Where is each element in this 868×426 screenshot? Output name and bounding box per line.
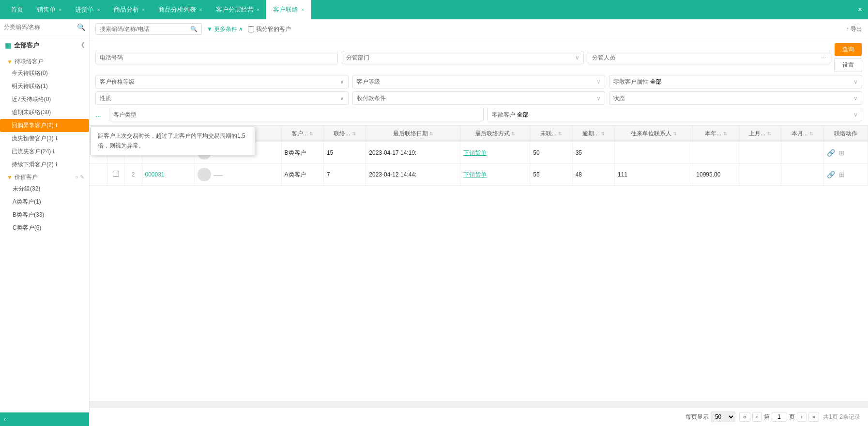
sidebar-item-7days[interactable]: 近7天待联络(0) (0, 93, 89, 106)
col-customer-level[interactable]: 客户... ⇅ (281, 126, 323, 142)
prev-page-btn[interactable]: ‹ (752, 412, 762, 422)
settings-button[interactable]: 设置 (834, 58, 862, 72)
link-action-icon-2[interactable]: 🔗 (827, 171, 835, 178)
nav-product-analysis-list-close[interactable]: × (199, 7, 202, 13)
filter-retail-customer[interactable]: 零散客户 全部 ∨ (487, 108, 862, 121)
link-action-icon-1[interactable]: 🔗 (827, 149, 835, 157)
nav-customer-tier[interactable]: 客户分层经营 × (209, 0, 266, 19)
repurchase-info-icon: ℹ (56, 122, 58, 129)
row-company-contact-2: 111 (615, 164, 693, 186)
filter-customer-level[interactable]: 客户等级 ∨ (352, 75, 606, 88)
sidebar-all-customers-header[interactable]: ▦ 全部客户 《 (0, 38, 89, 53)
nav-product-analysis-close[interactable]: × (142, 7, 145, 13)
row-code-2[interactable]: 000031 (142, 164, 194, 186)
last-method-link-2[interactable]: 下销货单 (463, 171, 487, 178)
my-customers-filter: 我分管的客户 (248, 25, 291, 33)
chevron-up-icon: ∧ (239, 26, 243, 32)
filter-phone[interactable]: 电话号码 (95, 51, 338, 64)
grid-action-icon-1[interactable]: ⊞ (839, 149, 845, 157)
col-last-month[interactable]: 上月... ⇅ (739, 126, 781, 142)
col-this-month[interactable]: 本月... ⇅ (781, 126, 823, 142)
horizontal-scrollbar[interactable] (90, 401, 868, 407)
search-box: 🔍 (95, 23, 202, 35)
row-checkbox-2[interactable] (107, 164, 124, 186)
nav-purchase-close[interactable]: × (97, 7, 100, 13)
row-checkbox-input-2[interactable] (113, 171, 119, 177)
col-overdue[interactable]: 逾期... ⇅ (572, 126, 614, 142)
nav-sales-close[interactable]: × (59, 7, 61, 13)
last-method-link-1[interactable]: 下销货单 (463, 149, 487, 156)
nav-home[interactable]: 首页 (4, 0, 30, 19)
row-action-1: 🔗 ⊞ (823, 142, 868, 164)
sidebar-bottom-arrow[interactable]: ‹ (4, 416, 6, 423)
col-this-year[interactable]: 本年... ⇅ (693, 126, 739, 142)
sidebar-item-ungrouped[interactable]: 未分组(32) (0, 182, 89, 195)
value-edit-icons[interactable]: ○ ✎ (75, 174, 84, 180)
row-last-method-2[interactable]: 下销货单 (460, 164, 530, 186)
top-nav: 首页 销售单 × 进货单 × 商品分析 × 商品分析列表 × 客户分层经营 × … (0, 0, 868, 19)
page-number-input[interactable] (772, 412, 787, 422)
customer-code-value-2[interactable]: 000031 (145, 171, 165, 178)
filter-retail-attr[interactable]: 零散客户属性 全部 ∨ (609, 75, 862, 88)
customer-level-arrow: ∨ (596, 78, 601, 85)
sidebar-item-declining[interactable]: 持续下滑客户(2) ℹ (0, 158, 89, 171)
customer-search-icon[interactable]: 🔍 (190, 26, 198, 32)
nav-customer-tier-close[interactable]: × (257, 7, 259, 13)
filter-dept[interactable]: 分管部门 ∨ (342, 51, 584, 64)
retail-customer-value: 全部 (517, 111, 529, 119)
nav-sales[interactable]: 销售单 × (30, 0, 68, 19)
sidebar-item-repurchase-abnormal[interactable]: 回购异常客户(2) ℹ (0, 119, 89, 132)
nav-customer-contact-close[interactable]: × (301, 7, 304, 13)
nav-purchase[interactable]: 进货单 × (68, 0, 107, 19)
row-overdue-1: 35 (572, 142, 614, 164)
filter-payment[interactable]: 收付款条件 ∨ (352, 91, 606, 105)
page-nav: « ‹ 第 页 › » (739, 412, 819, 422)
grid-action-icon-2[interactable]: ⊞ (839, 171, 845, 178)
more-conditions-btn[interactable]: ▼ 更多条件 ∧ (207, 25, 243, 33)
row-name-2[interactable]: — (194, 164, 281, 186)
col-last-contact-method[interactable]: 最后联络方式 ⇅ (460, 126, 530, 142)
customer-type-label: 客户类型 (113, 111, 137, 119)
sidebar-item-already-lost[interactable]: 已流失客户(24) ℹ (0, 145, 89, 158)
col-company-contact[interactable]: 往来单位联系人 ⇅ (615, 126, 693, 142)
sidebar-item-a-class[interactable]: A类客户(1) (0, 195, 89, 208)
row-last-method-1[interactable]: 下销货单 (460, 142, 530, 164)
nav-customer-contact[interactable]: 客户联络 × (266, 0, 311, 19)
filter-status[interactable]: 状态 ∨ (609, 91, 862, 105)
filter-gender[interactable]: 性质 ∨ (95, 91, 349, 105)
sort-icon-date: ⇅ (429, 131, 433, 136)
row-num-2: 2 (124, 164, 142, 186)
sidebar-item-today[interactable]: 今天待联络(0) (0, 67, 89, 80)
sidebar-all-customers-section: ▦ 全部客户 《 (0, 35, 89, 56)
sidebar-item-tomorrow[interactable]: 明天待联络(1) (0, 80, 89, 93)
query-button[interactable]: 查询 (835, 43, 862, 56)
name-placeholder-2: — (214, 170, 223, 180)
col-contact-times[interactable]: 联络... ⇅ (323, 126, 365, 142)
my-customers-checkbox[interactable] (248, 26, 254, 32)
gender-label: 性质 (100, 94, 111, 103)
col-no-contact[interactable]: 未联... ⇅ (530, 126, 572, 142)
person-more-icon: ··· (821, 54, 826, 61)
per-page-select[interactable]: 50 20 100 (711, 411, 735, 422)
app-close-button[interactable]: × (858, 5, 862, 14)
customer-search-input[interactable] (100, 26, 190, 32)
sidebar-item-overdue[interactable]: 逾期未联络(30) (0, 106, 89, 119)
sidebar-search-input[interactable] (4, 24, 77, 30)
last-page-btn[interactable]: » (808, 412, 820, 422)
sort-icon-contact: ⇅ (352, 131, 356, 136)
col-last-contact-date[interactable]: 最后联络日期 ⇅ (366, 126, 460, 142)
sidebar-item-b-class[interactable]: B类客户(33) (0, 208, 89, 221)
sidebar-item-lost-pre[interactable]: 流失预警客户(3) ℹ (0, 132, 89, 145)
filter-customer-type[interactable]: 客户类型 (109, 108, 484, 121)
filter-person[interactable]: 分管人员 ··· (588, 51, 830, 64)
sidebar-item-c-class[interactable]: C类客户(6) (0, 221, 89, 235)
nav-product-analysis[interactable]: 商品分析 × (107, 0, 152, 19)
person-label: 分管人员 (592, 54, 615, 62)
export-button[interactable]: ↑ 导出 (846, 25, 862, 33)
filter-more-dots[interactable]: ... (95, 111, 101, 118)
row-no-contact-2: 55 (530, 164, 572, 186)
filter-price-level[interactable]: 客户价格等级 ∨ (95, 75, 349, 88)
first-page-btn[interactable]: « (739, 412, 750, 422)
next-page-btn[interactable]: › (797, 412, 807, 422)
nav-product-analysis-list[interactable]: 商品分析列表 × (152, 0, 209, 19)
